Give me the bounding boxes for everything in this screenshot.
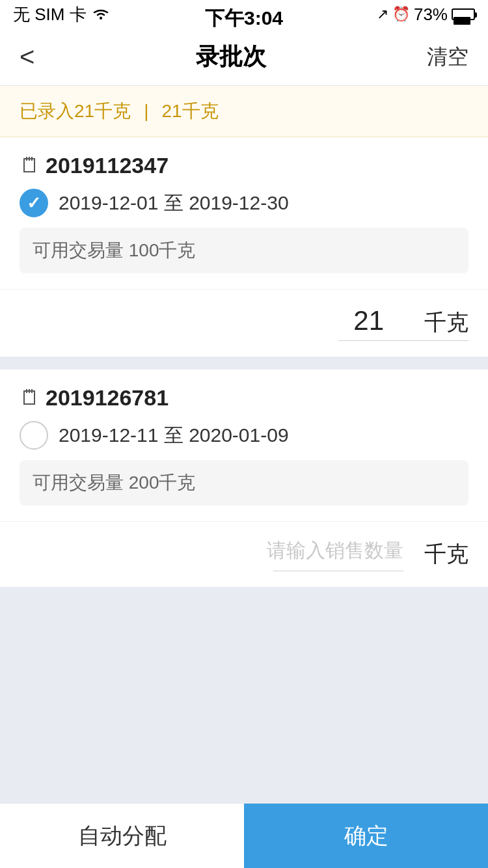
quantity-separator-1: [338, 340, 468, 341]
page-title: 录批次: [196, 41, 266, 73]
total-label: 21千克: [161, 99, 218, 124]
location-icon: ↗: [377, 6, 388, 23]
svg-point-0: [100, 17, 102, 20]
clear-button[interactable]: 清空: [427, 43, 468, 72]
summary-banner: 已录入21千克 | 21千克: [0, 86, 488, 137]
batch-date-text-2: 2019-12-11 至 2020-01-09: [59, 422, 289, 449]
status-left: 无 SIM 卡: [13, 3, 110, 26]
batch-availability-1: 可用交易量 100千克: [20, 228, 468, 273]
quantity-unit-1: 千克: [424, 308, 468, 338]
input-placeholder-2: 请输入销售数量: [267, 537, 403, 564]
batch-id-text-1: 2019112347: [46, 153, 169, 178]
card-divider: [0, 357, 488, 370]
batch-date-row-2[interactable]: 2019-12-11 至 2020-01-09: [20, 421, 468, 450]
alarm-icon: ⏰: [392, 6, 410, 23]
batch-date-row-1[interactable]: 2019-12-01 至 2019-12-30: [20, 189, 468, 217]
radio-2[interactable]: [20, 421, 48, 450]
batch-card-2-inner: 🗒 2019126781 2019-12-11 至 2020-01-09 可用交…: [0, 370, 488, 521]
batch-id-row-2: 🗒 2019126781: [20, 385, 468, 411]
status-right: ↗ ⏰ 73%: [377, 5, 475, 25]
batch-availability-2: 可用交易量 200千克: [20, 460, 468, 506]
summary-divider: |: [144, 101, 148, 122]
back-button[interactable]: <: [20, 42, 34, 72]
batch-id-icon-2: 🗒: [20, 386, 40, 410]
batch-id-text-2: 2019126781: [46, 385, 169, 411]
carrier-text: 无 SIM 卡: [13, 3, 87, 26]
status-time: 下午3:04: [205, 5, 283, 32]
nav-bar: < 录批次 清空: [0, 29, 488, 86]
auto-distribute-button[interactable]: 自动分配: [0, 804, 244, 868]
batch-card-1-inner: 🗒 2019112347 2019-12-01 至 2019-12-30 可用交…: [0, 137, 488, 289]
bottom-bar: 自动分配 确定: [0, 803, 488, 868]
confirm-button[interactable]: 确定: [244, 804, 488, 868]
wifi-icon: [92, 5, 110, 25]
batch-id-row-1: 🗒 2019112347: [20, 153, 468, 178]
battery-text: 73%: [414, 5, 448, 25]
batch-id-icon-1: 🗒: [20, 154, 40, 178]
batch-card-2: 🗒 2019126781 2019-12-11 至 2020-01-09 可用交…: [0, 370, 488, 587]
radio-1[interactable]: [20, 189, 48, 217]
quantity-display-row-1: 21 千克: [0, 289, 488, 357]
batch-date-text-1: 2019-12-01 至 2019-12-30: [59, 190, 289, 217]
status-bar: 无 SIM 卡 下午3:04 ↗ ⏰ 73%: [0, 0, 488, 29]
recorded-label: 已录入21千克: [20, 99, 131, 124]
batch-card-1: 🗒 2019112347 2019-12-01 至 2019-12-30 可用交…: [0, 137, 488, 357]
battery-icon: [452, 8, 475, 20]
quantity-value-1: 21: [353, 305, 384, 336]
quantity-unit-2: 千克: [424, 539, 468, 569]
input-row-2: 请输入销售数量 千克: [0, 521, 488, 587]
input-underline-2: [273, 571, 403, 571]
